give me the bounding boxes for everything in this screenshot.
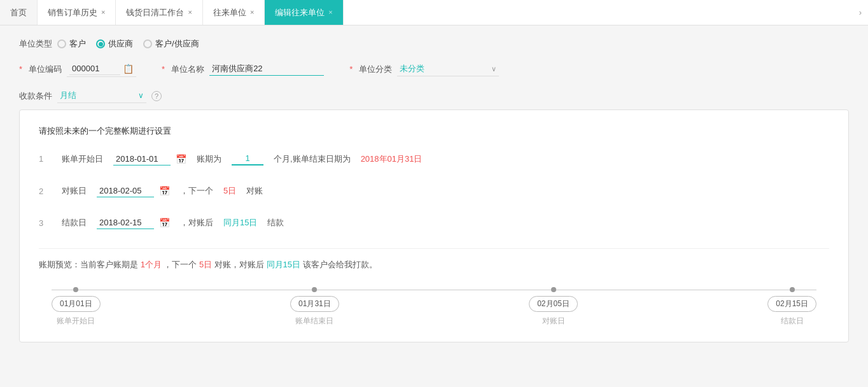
row-1-mid-text: 账期为 — [197, 153, 221, 165]
preview-part2: 5日 — [199, 260, 212, 269]
tab-edit-partner-close[interactable]: × — [328, 9, 332, 16]
preview-part1: 1个月 — [141, 260, 162, 269]
tab-partner[interactable]: 往来单位 × — [203, 0, 265, 25]
radio-customer-label: 客户 — [69, 38, 86, 50]
card-title: 请按照未来的一个完整帐期进行设置 — [39, 125, 829, 137]
preview-part3: 同月15日 — [267, 260, 300, 269]
payment-label: 收款条件 — [19, 90, 52, 102]
row-1-date-wrapper: 📅 — [113, 153, 186, 165]
unit-type-label: 单位类型 — [19, 38, 52, 50]
settings-row-2: 2 对账日 📅 ，下一个 5日 对账 — [39, 185, 829, 197]
payment-dropdown-arrow-icon: ∨ — [138, 91, 144, 100]
name-label: 单位名称 — [171, 64, 204, 75]
timeline-badge-0: 01月01日 — [52, 296, 101, 312]
settings-row-1: 1 账单开始日 📅 账期为 个月,账单结束日期为 2018年01月31日 — [39, 152, 829, 165]
row-3-suffix: 结款 — [267, 217, 284, 229]
code-field-group: * 单位编码 📋 — [19, 61, 136, 77]
tab-sales-order-label: 销售订单历史 — [48, 7, 97, 18]
row-2-num: 2 — [39, 186, 52, 196]
timeline-node-3: 02月15日 结款日 — [767, 281, 816, 327]
payment-field-group: 收款条件 月结 ∨ ? — [19, 88, 162, 103]
timeline-sub-3: 结款日 — [781, 316, 804, 327]
row-2-label: 对账日 — [62, 185, 87, 197]
tab-edit-partner-label: 编辑往来单位 — [275, 7, 325, 18]
tab-sales-order[interactable]: 销售订单历史 × — [38, 0, 116, 25]
row-3-num: 3 — [39, 218, 52, 228]
code-required: * — [19, 64, 22, 74]
category-value: 未分类 — [400, 63, 491, 74]
tab-partner-label: 往来单位 — [213, 7, 246, 18]
preview-text3: 该客户会给我打款。 — [303, 260, 377, 269]
row-3-date-wrapper: 📅 — [97, 216, 170, 229]
timeline-node-1: 01月31日 账单结束日 — [290, 281, 339, 327]
tab-home-label: 首页 — [10, 7, 27, 18]
timeline-dot-1 — [312, 287, 317, 292]
settings-row-3: 3 结款日 📅 ，对账后 同月15日 结款 — [39, 216, 829, 229]
payment-help-icon[interactable]: ? — [151, 91, 162, 101]
tab-bar: 首页 销售订单历史 × 钱货日清工作台 × 往来单位 × 编辑往来单位 × › — [0, 0, 868, 25]
row-1-suffix: 个月,账单结束日期为 — [274, 153, 351, 165]
category-field-group: * 单位分类 未分类 ∨ — [349, 62, 499, 76]
name-required: * — [162, 64, 165, 74]
radio-group: 客户 供应商 客户/供应商 — [57, 38, 199, 50]
category-arrow-icon: ∨ — [491, 65, 496, 73]
code-input[interactable] — [69, 62, 120, 75]
row-1-date-input[interactable] — [113, 153, 171, 165]
code-name-category-row: * 单位编码 📋 * 单位名称 * 单位分类 未分类 ∨ — [19, 61, 849, 77]
tab-edit-partner[interactable]: 编辑往来单位 × — [265, 0, 343, 25]
radio-both-label: 客户/供应商 — [155, 38, 199, 50]
timeline-nodes: 01月01日 账单开始日 01月31日 账单结束日 02月05日 对账日 02月… — [52, 281, 816, 327]
tab-sales-order-close[interactable]: × — [101, 9, 105, 16]
row-2-highlight: 5日 — [223, 185, 236, 197]
timeline-badge-3: 02月15日 — [767, 296, 816, 312]
row-1-highlight: 2018年01月31日 — [361, 153, 423, 165]
category-label: 单位分类 — [359, 64, 392, 75]
row-1-label: 账单开始日 — [62, 153, 103, 165]
radio-customer-circle — [57, 39, 66, 48]
category-required: * — [349, 64, 353, 74]
row-1-period-input[interactable] — [232, 152, 263, 165]
row-2-calendar-icon[interactable]: 📅 — [159, 186, 170, 196]
row-2-mid-text: ，下一个 — [180, 185, 213, 197]
tab-cash-work[interactable]: 钱货日清工作台 × — [116, 0, 202, 25]
payment-value: 月结 — [60, 90, 136, 101]
timeline-dot-3 — [790, 287, 795, 292]
name-input[interactable] — [209, 63, 324, 76]
radio-both-circle — [143, 39, 152, 48]
row-3-highlight: 同月15日 — [223, 217, 257, 229]
tab-cash-work-close[interactable]: × — [188, 9, 192, 16]
name-field-group: * 单位名称 — [162, 63, 324, 76]
tab-cash-work-label: 钱货日清工作台 — [126, 7, 184, 18]
row-1-num: 1 — [39, 154, 52, 164]
radio-customer[interactable]: 客户 — [57, 38, 86, 50]
main-content: 单位类型 客户 供应商 客户/供应商 * 单位编码 — [0, 25, 868, 387]
timeline-dot-0 — [73, 287, 78, 292]
preview-label: 账期预览：当前客户账期是 — [39, 260, 138, 269]
timeline-node-0: 01月01日 账单开始日 — [52, 281, 101, 327]
tab-more-button[interactable]: › — [853, 0, 868, 25]
row-3-calendar-icon[interactable]: 📅 — [159, 218, 170, 228]
row-3-mid-text: ，对账后 — [180, 217, 213, 229]
radio-supplier-circle — [96, 39, 105, 48]
timeline-badge-2: 02月05日 — [529, 296, 578, 312]
row-1-calendar-icon[interactable]: 📅 — [176, 154, 186, 164]
row-3-date-input[interactable] — [97, 216, 154, 229]
timeline-dot-2 — [551, 287, 556, 292]
row-3-label: 结款日 — [62, 217, 87, 229]
row-2-date-input[interactable] — [97, 185, 154, 197]
payment-select[interactable]: 月结 ∨ — [57, 88, 146, 103]
tab-partner-close[interactable]: × — [250, 9, 254, 16]
code-copy-icon[interactable]: 📋 — [123, 64, 134, 74]
preview-section: 账期预览：当前客户账期是 1个月 ，下一个 5日 对账，对账后 同月15日 该客… — [39, 248, 829, 281]
timeline-sub-1: 账单结束日 — [295, 316, 333, 327]
timeline-wrapper: 01月01日 账单开始日 01月31日 账单结束日 02月05日 对账日 02月… — [39, 281, 829, 327]
timeline-sub-0: 账单开始日 — [57, 316, 95, 327]
row-2-suffix: 对账 — [246, 185, 263, 197]
timeline-badge-1: 01月31日 — [290, 296, 339, 312]
radio-both[interactable]: 客户/供应商 — [143, 38, 199, 50]
timeline-node-2: 02月05日 对账日 — [529, 281, 578, 327]
radio-supplier[interactable]: 供应商 — [96, 38, 133, 50]
tab-home[interactable]: 首页 — [0, 0, 38, 25]
unit-type-section: 单位类型 客户 供应商 客户/供应商 — [19, 38, 849, 50]
category-select[interactable]: 未分类 ∨ — [397, 62, 499, 76]
